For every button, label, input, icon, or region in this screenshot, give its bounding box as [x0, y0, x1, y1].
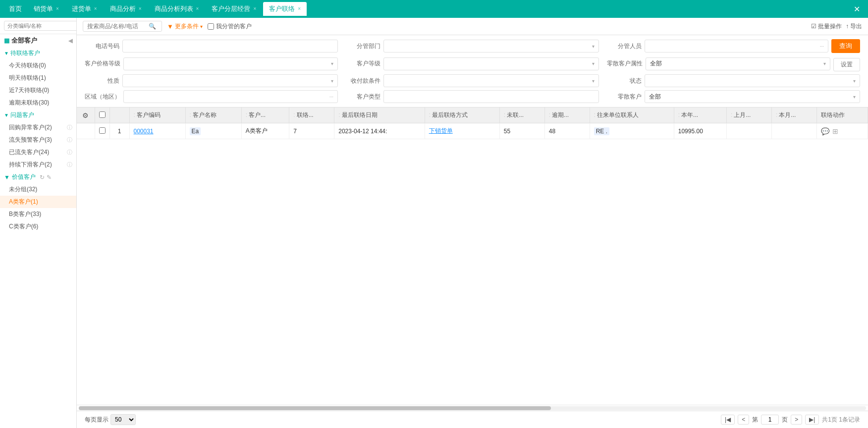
sidebar-pending-section[interactable]: ▼ 待联络客户	[0, 47, 76, 59]
filter-price-grade: 客户价格等级 ▾	[85, 56, 338, 71]
row-last-month	[727, 123, 772, 139]
info-icon[interactable]: ⓘ	[67, 161, 72, 168]
filter-nature-select[interactable]: ▾	[122, 74, 338, 87]
sidebar-item-churn-warning[interactable]: 流失预警客户(3) ⓘ	[0, 134, 76, 146]
filter-status-select[interactable]: ▾	[645, 74, 860, 87]
refresh-icon[interactable]: ↻	[40, 174, 45, 181]
nav-tab-4[interactable]: 客户分层经营 ×	[206, 2, 262, 16]
info-icon[interactable]: ⓘ	[67, 124, 72, 131]
window-close-icon[interactable]: ✕	[850, 4, 864, 14]
sidebar-item-overdue[interactable]: 逾期未联络(30)	[0, 97, 76, 109]
filter-retail: 零散客户 全部 ▾	[607, 90, 860, 103]
col-company-contact: :往来单位联系人	[590, 107, 674, 123]
export-icon: ↑	[846, 23, 849, 30]
scroll-thumb[interactable]	[79, 406, 551, 410]
nav-tab-2[interactable]: 商品分析 ×	[104, 2, 148, 16]
close-icon[interactable]: ×	[56, 2, 59, 16]
filter-dept: 分管部门 ▾	[346, 39, 599, 53]
filter-customer-type-input[interactable]	[383, 90, 599, 103]
col-uncontacted: :未联...	[499, 107, 544, 123]
row-checkbox[interactable]	[95, 123, 109, 139]
prev-page-btn[interactable]: <	[738, 415, 749, 425]
next-page-btn[interactable]: >	[791, 415, 802, 425]
filter-customer-type: 客户类型	[346, 90, 599, 103]
sidebar-item-churned[interactable]: 已流失客户(24) ⓘ	[0, 146, 76, 159]
scroll-track[interactable]	[79, 406, 866, 410]
close-icon[interactable]: ×	[94, 2, 97, 16]
filter-label: 客户类型	[346, 93, 380, 101]
col-settings[interactable]: ⚙	[77, 107, 95, 123]
sidebar-item-tomorrow[interactable]: 明天待联络(1)	[0, 72, 76, 84]
sidebar-item-c-class[interactable]: C类客户(6)	[0, 220, 76, 233]
col-last-month: :上月...	[727, 107, 772, 123]
nav-tab-5[interactable]: 客户联络 ×	[263, 2, 307, 16]
sidebar-all-customers[interactable]: ▦ 全部客户 ◀	[0, 34, 76, 47]
export-btn[interactable]: ↑ 导出	[846, 22, 862, 31]
sidebar-problem-section[interactable]: ▼ 问题客户	[0, 109, 76, 121]
sidebar-item-7days[interactable]: 近7天待联络(0)	[0, 84, 76, 97]
qr-icon[interactable]: ⊞	[832, 127, 838, 135]
col-checkbox[interactable]	[95, 107, 109, 123]
edit-icon[interactable]: ✎	[47, 174, 52, 181]
batch-op-btn[interactable]: ☑ 批量操作	[811, 22, 842, 31]
horizontal-scrollbar[interactable]	[77, 405, 868, 411]
row-select-checkbox[interactable]	[99, 127, 106, 134]
filter-payment: 收付款条件 ▾	[346, 74, 599, 87]
sidebar: 🔍 ▦ 全部客户 ◀ ▼ 待联络客户 今天待联络(0) 明天待联络(1) 近7天…	[0, 18, 77, 428]
sidebar-value-section[interactable]: ▼ 价值客户 ↻ ✎	[0, 171, 76, 183]
filter-customer-grade-select[interactable]: ▾	[383, 57, 599, 70]
sidebar-search-input[interactable]	[4, 21, 77, 31]
first-page-btn[interactable]: |◀	[721, 415, 735, 425]
sidebar-item-declining[interactable]: 持续下滑客户(2) ⓘ	[0, 159, 76, 171]
close-icon[interactable]: ×	[253, 2, 256, 16]
filter-retail-attr-select[interactable]: 全部 ▾	[646, 57, 830, 70]
my-customers-checkbox[interactable]: 我分管的客户	[208, 22, 252, 31]
filter-region: 区域（地区） ···	[85, 90, 338, 103]
checkbox-icon: ☑	[811, 23, 816, 30]
close-icon[interactable]: ×	[139, 2, 142, 16]
sidebar-item-ungroup[interactable]: 未分组(32)	[0, 183, 76, 196]
filter-dept-select[interactable]: ▾	[383, 40, 599, 53]
filter-phone: 电话号码	[85, 39, 338, 53]
page-number-input[interactable]	[761, 415, 779, 425]
filter-search-input[interactable]	[87, 23, 147, 30]
gear-icon[interactable]: ⚙	[82, 111, 89, 119]
last-page-btn[interactable]: ▶|	[805, 415, 819, 425]
sidebar-collapse-icon[interactable]: ◀	[68, 38, 72, 44]
query-button[interactable]: 查询	[831, 39, 860, 53]
select-all-checkbox[interactable]	[99, 111, 106, 118]
filter-phone-input[interactable]	[122, 40, 338, 53]
sidebar-item-b-class[interactable]: B类客户(33)	[0, 208, 76, 220]
sidebar-item-repurchase[interactable]: 回购异常客户(2) ⓘ	[0, 121, 76, 134]
filter-label: 性质	[85, 77, 119, 85]
filter-label: 收付款条件	[346, 77, 380, 85]
row-code[interactable]: 000031	[129, 123, 185, 139]
filter-manager-input[interactable]: ···	[645, 40, 828, 53]
info-icon[interactable]: ⓘ	[67, 136, 72, 144]
my-customers-check[interactable]	[208, 23, 214, 30]
nav-tab-0[interactable]: 销货单 ×	[28, 2, 65, 16]
row-name: Ea	[185, 123, 241, 139]
nav-home[interactable]: 首页	[4, 2, 27, 16]
page-size-dropdown[interactable]: 50 100 200	[110, 414, 136, 425]
filter-label: 分管人员	[607, 42, 642, 51]
info-icon[interactable]: ⓘ	[67, 149, 72, 156]
close-icon[interactable]: ×	[196, 2, 199, 16]
sidebar-item-today[interactable]: 今天待联络(0)	[0, 59, 76, 72]
filter-price-grade-select[interactable]: ▾	[123, 57, 338, 70]
settings-button[interactable]: 设置	[833, 58, 860, 71]
filter-status: 状态 ▾	[607, 74, 860, 87]
table-header-row: ⚙ :客户编码 :客户名称 :客户... :联络... :最后联络日期 :最后联…	[77, 107, 868, 123]
close-icon[interactable]: ×	[298, 2, 301, 16]
filter-region-input[interactable]: ···	[123, 90, 338, 103]
more-conditions-btn[interactable]: ▼ 更多条件 ▾	[167, 22, 203, 31]
search-icon[interactable]: 🔍	[149, 23, 156, 30]
filter-payment-select[interactable]: ▾	[383, 74, 599, 87]
sidebar-item-a-class[interactable]: A类客户(1)	[0, 196, 76, 208]
filter-retail-select[interactable]: 全部 ▾	[645, 90, 860, 103]
comment-icon[interactable]: 💬	[821, 127, 829, 135]
nav-tab-3[interactable]: 商品分析列表 ×	[149, 2, 205, 16]
row-contact-count: 7	[289, 123, 334, 139]
nav-tab-1[interactable]: 进货单 ×	[66, 2, 103, 16]
col-this-year: :本年...	[674, 107, 726, 123]
